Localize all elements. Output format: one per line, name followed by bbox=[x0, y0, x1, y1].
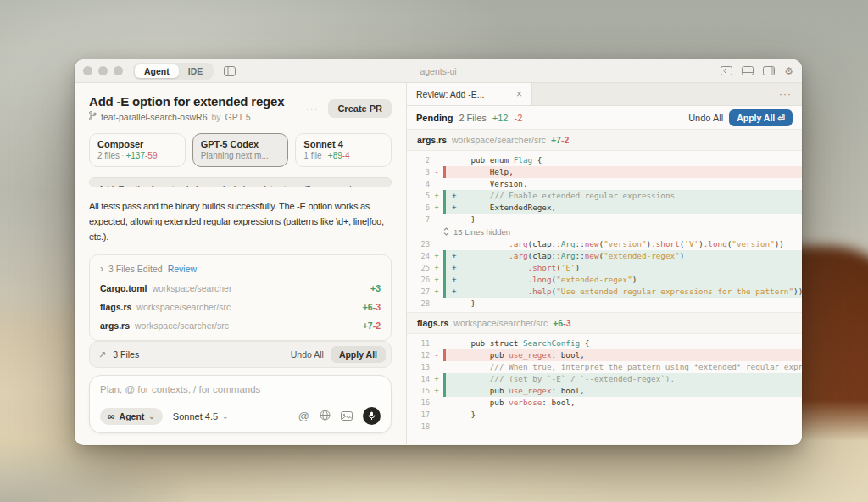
apply-all-button[interactable]: Apply All bbox=[331, 346, 386, 363]
change-bar bbox=[443, 361, 446, 373]
file-path: workspace/searcher/src bbox=[135, 321, 229, 331]
titlebar: Agent IDE agents-ui ⚙ bbox=[75, 59, 802, 83]
file-name: flags.rs bbox=[100, 302, 131, 312]
return-key-icon: ⏎ bbox=[777, 113, 785, 123]
close-window-button[interactable] bbox=[83, 66, 92, 75]
line-number: 17 bbox=[407, 409, 430, 421]
mention-icon[interactable]: @ bbox=[298, 410, 309, 422]
agent-card-composer[interactable]: Composer 2 files·+137-59 bbox=[89, 133, 186, 167]
code-line-body: /// When true, interpret the pattern usi… bbox=[443, 361, 802, 373]
code-text: /// When true, interpret the pattern usi… bbox=[452, 361, 802, 373]
code-line: 28 } bbox=[407, 298, 802, 310]
change-bar bbox=[443, 373, 446, 385]
code-line: 18 bbox=[407, 421, 802, 432]
tab-agent[interactable]: Agent bbox=[135, 64, 179, 78]
change-bar bbox=[443, 250, 446, 262]
agent-card-gpt5-codex[interactable]: GPT-5 Codex Planning next m... bbox=[192, 133, 289, 167]
task-prompt[interactable]: Add -E option for extended regex include… bbox=[90, 178, 391, 187]
agent-card-sonnet4[interactable]: Sonnet 4 1 file·+89-4 bbox=[295, 133, 392, 167]
diff-file-header[interactable]: flags.rsworkspace/searcher/src+6-3 bbox=[407, 312, 802, 334]
line-number: 24 bbox=[407, 250, 430, 262]
line-number: 2 bbox=[407, 154, 430, 166]
diff-code-block: 11 pub struct SearchConfig {12- pub use_… bbox=[407, 334, 802, 435]
sidebar-toggle-icon[interactable] bbox=[224, 66, 236, 76]
traffic-lights bbox=[83, 66, 123, 75]
web-globe-icon[interactable] bbox=[320, 409, 331, 424]
tab-ide[interactable]: IDE bbox=[179, 64, 213, 78]
code-line-body: + .help("Use extended regular expression… bbox=[443, 286, 802, 298]
code-line: 14+ /// (set by `-E` / `--extended-regex… bbox=[407, 373, 802, 385]
code-text: + ExtendedRegex, bbox=[452, 202, 802, 214]
code-text: pub enum Flag { bbox=[452, 154, 802, 166]
gutter-marker bbox=[430, 361, 443, 373]
review-tab[interactable]: Review: Add -E... × bbox=[407, 83, 532, 105]
file-path: workspace/searcher/src bbox=[136, 302, 231, 312]
edited-file-row[interactable]: Cargo.toml workspace/searcher +3 bbox=[100, 283, 381, 293]
close-icon[interactable]: × bbox=[516, 88, 522, 100]
chevron-down-icon: ⌄ bbox=[222, 412, 229, 421]
deletions-count: -3 bbox=[563, 318, 570, 328]
code-text: + .arg(clap::Arg::new("extended-regex") bbox=[452, 250, 802, 262]
composer-placeholder: Plan, @ for contexts, / for commands bbox=[100, 384, 381, 394]
code-line-body: pub struct SearchConfig { bbox=[443, 337, 802, 349]
review-link[interactable]: Review bbox=[168, 264, 197, 274]
tabbar-menu-button[interactable]: ··· bbox=[769, 88, 802, 100]
code-text: pub verbose: bool, bbox=[452, 397, 802, 409]
panel-left-icon[interactable] bbox=[721, 66, 732, 75]
gutter-marker: - bbox=[430, 349, 443, 361]
undo-all-button[interactable]: Undo All bbox=[291, 349, 324, 360]
diff-badges: +6-3 bbox=[363, 302, 381, 312]
gutter-marker: + bbox=[430, 373, 443, 385]
code-text: Help, bbox=[452, 166, 802, 178]
undo-all-button[interactable]: Undo All bbox=[688, 113, 723, 123]
files-edited-card: › 3 Files Edited Review Cargo.toml works… bbox=[89, 254, 392, 341]
review-tab-label: Review: Add -E... bbox=[416, 89, 485, 99]
microphone-button[interactable] bbox=[363, 407, 381, 425]
line-number: 12 bbox=[407, 349, 430, 361]
code-text: /// (set by `-E` / `--extended-regex`). bbox=[452, 373, 802, 385]
apply-all-button[interactable]: Apply All ⏎ bbox=[729, 109, 793, 126]
minimize-window-button[interactable] bbox=[98, 66, 108, 75]
infinity-icon: ∞ bbox=[108, 410, 115, 422]
change-bar bbox=[443, 166, 446, 178]
code-line: 17 } bbox=[407, 409, 802, 421]
image-attach-icon[interactable] bbox=[341, 409, 353, 424]
line-number: 7 bbox=[407, 214, 430, 226]
code-line: 5++ /// Enable extended regular expressi… bbox=[407, 190, 802, 202]
code-line-body: pub enum Flag { bbox=[443, 154, 802, 166]
gutter-marker bbox=[430, 337, 443, 349]
code-line-body: } bbox=[443, 298, 802, 310]
file-path: workspace/searcher/src bbox=[452, 135, 546, 145]
settings-gear-icon[interactable]: ⚙ bbox=[784, 65, 793, 77]
mode-segmented-control: Agent IDE bbox=[133, 63, 214, 80]
composer-input-box[interactable]: Plan, @ for contexts, / for commands ∞ A… bbox=[89, 375, 392, 433]
diff-file-header[interactable]: args.rsworkspace/searcher/src+7-2 bbox=[407, 130, 802, 151]
code-line: 3- Help, bbox=[407, 166, 802, 178]
panel-bottom-icon[interactable] bbox=[742, 66, 754, 75]
change-bar bbox=[443, 421, 446, 432]
gutter-marker: - bbox=[430, 166, 443, 178]
model-selector[interactable]: Sonnet 4.5 ⌄ bbox=[173, 411, 229, 421]
gutter-marker bbox=[430, 298, 443, 310]
create-pr-button[interactable]: Create PR bbox=[328, 99, 392, 118]
diff-badges: +6-3 bbox=[553, 318, 570, 328]
task-card: Add -E option for extended regex include… bbox=[89, 177, 392, 187]
code-line: 16 pub verbose: bool, bbox=[407, 397, 802, 409]
hidden-lines-row[interactable]: 15 Lines hidden bbox=[407, 226, 802, 238]
edited-file-row[interactable]: flags.rs workspace/searcher/src +6-3 bbox=[100, 302, 381, 312]
deletions-count: -2 bbox=[561, 135, 569, 145]
line-number: 26 bbox=[407, 274, 430, 286]
zoom-window-button[interactable] bbox=[114, 66, 123, 75]
diff-badges: +3 bbox=[370, 283, 381, 293]
code-line: 12- pub use_regex: bool, bbox=[407, 349, 802, 361]
line-number: 11 bbox=[407, 337, 430, 349]
code-line-body: pub use_regex: bool, bbox=[443, 385, 802, 397]
edited-file-row[interactable]: args.rs workspace/searcher/src +7-2 bbox=[100, 321, 381, 331]
review-panel: Review: Add -E... × ··· Pending 2 Files … bbox=[407, 83, 802, 444]
code-text: + /// Enable extended regular expression… bbox=[452, 190, 802, 202]
agent-mode-selector[interactable]: ∞ Agent ⌄ bbox=[100, 408, 163, 425]
task-menu-button[interactable]: ··· bbox=[305, 103, 318, 114]
files-edited-header[interactable]: › 3 Files Edited Review bbox=[100, 263, 381, 275]
panel-right-icon[interactable] bbox=[763, 66, 775, 75]
change-bar bbox=[443, 274, 446, 286]
